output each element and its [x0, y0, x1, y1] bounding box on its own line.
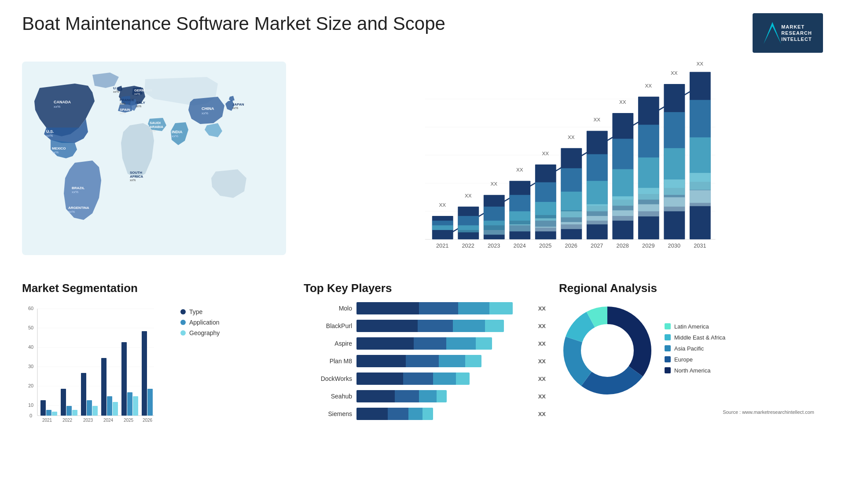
legend-application-dot [180, 320, 186, 325]
svg-text:xx%: xx% [46, 134, 53, 138]
svg-text:2030: 2030 [668, 242, 680, 249]
svg-text:2025: 2025 [539, 242, 551, 249]
players-list: Molo XX BlackPurl [304, 302, 550, 420]
svg-rect-140 [113, 402, 118, 416]
svg-text:2021: 2021 [436, 242, 448, 249]
legend-geography: Geography [180, 329, 220, 336]
segmentation-section: Market Segmentation 60 50 40 30 20 10 0 [22, 281, 295, 425]
svg-text:INDIA: INDIA [172, 130, 183, 134]
seg-legend: Type Application Geography [180, 308, 220, 425]
legend-middle-east: Middle East & Africa [665, 334, 823, 341]
svg-text:2026: 2026 [565, 242, 577, 249]
svg-text:ITALY: ITALY [136, 101, 145, 105]
segmentation-title: Market Segmentation [22, 281, 295, 295]
svg-rect-53 [484, 221, 505, 230]
player-bar-siemens [356, 408, 530, 420]
svg-text:XX: XX [568, 134, 575, 140]
top-content: CANADA xx% U.S. xx% MEXICO xx% BRAZIL xx… [22, 62, 823, 277]
svg-text:JAPAN: JAPAN [232, 102, 244, 106]
svg-rect-63 [535, 202, 556, 221]
svg-text:2022: 2022 [62, 418, 73, 423]
svg-text:XX: XX [697, 62, 704, 66]
player-row-blackpurl: BlackPurl XX [308, 320, 546, 332]
player-name-siemens: Siemens [308, 410, 352, 417]
svg-text:2024: 2024 [103, 418, 114, 423]
svg-rect-54 [484, 230, 505, 235]
segmentation-chart: 60 50 40 30 20 10 0 [22, 302, 163, 425]
logo-text: MARKET RESEARCH INTELLECT [781, 24, 812, 43]
svg-text:xx%: xx% [52, 150, 59, 154]
player-row-molo: Molo XX [308, 302, 546, 314]
player-bar-aspire [356, 337, 530, 350]
svg-text:XX: XX [671, 70, 678, 76]
legend-geography-dot [180, 330, 186, 336]
svg-rect-77 [587, 216, 608, 224]
svg-text:xx%: xx% [202, 111, 208, 115]
svg-text:2031: 2031 [694, 242, 706, 249]
svg-text:2028: 2028 [617, 242, 629, 249]
svg-text:xx%: xx% [130, 179, 136, 182]
svg-rect-58 [509, 211, 530, 225]
svg-text:XX: XX [465, 193, 472, 198]
svg-text:MEXICO: MEXICO [52, 146, 66, 150]
player-name-dockworks: DockWorks [308, 375, 352, 382]
legend-middle-east-color [665, 334, 671, 340]
map-section: CANADA xx% U.S. xx% MEXICO xx% BRAZIL xx… [22, 62, 286, 281]
svg-rect-101 [690, 190, 711, 206]
svg-text:AFRICA: AFRICA [130, 175, 143, 179]
legend-application: Application [180, 319, 220, 326]
svg-rect-144 [142, 331, 147, 416]
legend-latin-america-color [665, 323, 671, 329]
svg-text:XX: XX [439, 202, 446, 208]
svg-text:2022: 2022 [462, 242, 474, 249]
player-name-molo: Molo [308, 305, 352, 312]
player-name-planm8: Plan M8 [308, 358, 352, 365]
svg-rect-59 [509, 224, 530, 231]
legend-north-america-color [665, 367, 671, 373]
svg-text:xx%: xx% [172, 134, 178, 138]
player-xx-planm8: XX [538, 358, 546, 365]
player-name-aspire: Aspire [308, 340, 352, 347]
donut-chart [559, 302, 656, 399]
svg-text:XX: XX [490, 181, 497, 186]
bar-chart-svg: XX XX XX XX [308, 62, 823, 281]
svg-rect-133 [66, 406, 72, 416]
source-area: Source : www.marketresearchintellect.com [559, 408, 823, 416]
svg-rect-65 [535, 227, 556, 232]
svg-rect-130 [46, 410, 51, 416]
svg-text:xx%: xx% [134, 92, 140, 95]
svg-rect-64 [535, 218, 556, 227]
svg-rect-138 [101, 358, 107, 416]
world-map: CANADA xx% U.S. xx% MEXICO xx% BRAZIL xx… [22, 62, 286, 255]
svg-text:2026: 2026 [143, 418, 153, 423]
player-xx-blackpurl: XX [538, 323, 546, 329]
svg-text:xx%: xx% [54, 105, 60, 109]
svg-rect-145 [147, 389, 153, 416]
svg-text:2027: 2027 [591, 242, 603, 249]
svg-text:xx%: xx% [232, 106, 238, 110]
svg-text:FRANCE: FRANCE [120, 98, 135, 102]
source-text: Source : www.marketresearchintellect.com [723, 409, 814, 415]
svg-text:xx%: xx% [136, 105, 141, 108]
donut-area: Latin America Middle East & Africa Asia … [559, 302, 823, 399]
legend-latin-america: Latin America [665, 323, 823, 330]
svg-text:BRAZIL: BRAZIL [72, 186, 84, 190]
svg-text:2023: 2023 [488, 242, 500, 249]
svg-rect-139 [107, 396, 112, 416]
legend-europe: Europe [665, 356, 823, 363]
svg-rect-137 [92, 406, 98, 416]
svg-text:xx%: xx% [113, 90, 119, 93]
svg-rect-136 [87, 400, 92, 416]
page-title: Boat Maintenance Software Market Size an… [22, 13, 445, 34]
svg-rect-45 [432, 225, 453, 230]
player-xx-dockworks: XX [538, 376, 546, 382]
legend-type: Type [180, 308, 220, 315]
svg-text:U.S.: U.S. [46, 129, 54, 134]
svg-text:XX: XX [542, 150, 549, 156]
players-section: Top Key Players Molo XX [304, 281, 550, 425]
svg-text:xx%: xx% [68, 210, 75, 214]
svg-rect-129 [40, 400, 46, 416]
player-bar-dockworks [356, 373, 530, 385]
svg-point-157 [583, 326, 632, 375]
svg-text:XX: XX [516, 167, 523, 172]
